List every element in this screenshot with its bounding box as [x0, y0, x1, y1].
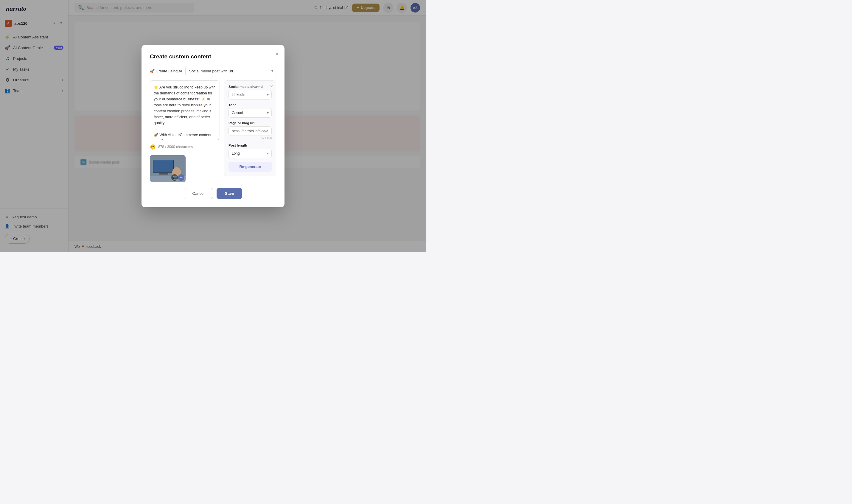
social-channel-label: Social media channel: [229, 85, 272, 88]
regenerate-button[interactable]: Re-generate: [229, 162, 272, 172]
modal-overlay[interactable]: Create custom content × 🚀 Create using A…: [0, 0, 426, 252]
social-channel-select-wrapper: LinkedIn Twitter Facebook Instagram ▾: [229, 90, 272, 100]
image-preview: 📷 ✏: [150, 155, 186, 182]
svg-rect-4: [157, 175, 169, 176]
tone-label: Tone: [229, 103, 272, 107]
social-channel-field: Social media channel LinkedIn Twitter Fa…: [229, 85, 272, 100]
char-count-row: 😊 878 / 3000 characters: [150, 143, 220, 151]
post-length-select[interactable]: Short Medium Long: [229, 149, 272, 158]
camera-icon[interactable]: 📷: [171, 174, 178, 181]
panel-close-button[interactable]: ×: [270, 84, 273, 89]
svg-rect-2: [153, 160, 173, 173]
template-select[interactable]: Social media post with url Blog post Ema…: [185, 66, 276, 76]
modal-title: Create custom content: [150, 53, 276, 60]
content-right-panel: × Social media channel LinkedIn Twitter …: [224, 80, 276, 182]
content-section: 🌟 Are you struggling to keep up with the…: [150, 80, 276, 182]
tone-field: Tone Casual Formal Friendly Professional…: [229, 103, 272, 118]
url-input[interactable]: [229, 126, 272, 136]
social-channel-select[interactable]: LinkedIn Twitter Facebook Instagram: [229, 90, 272, 100]
create-custom-content-modal: Create custom content × 🚀 Create using A…: [142, 45, 285, 207]
settings-panel: × Social media channel LinkedIn Twitter …: [224, 80, 276, 176]
content-textarea[interactable]: 🌟 Are you struggling to keep up with the…: [150, 80, 220, 140]
tone-select-wrapper: Casual Formal Friendly Professional ▾: [229, 108, 272, 118]
edit-icon[interactable]: ✏: [178, 174, 184, 181]
url-field: Page or blog url 87 / 150: [229, 121, 272, 140]
url-char-limit: 87 / 150: [229, 137, 272, 140]
modal-footer: Cancel Save: [150, 188, 276, 199]
post-length-select-wrapper: Short Medium Long ▾: [229, 149, 272, 158]
modal-close-button[interactable]: ×: [275, 51, 278, 57]
save-button[interactable]: Save: [217, 188, 242, 199]
char-count-text: 878 / 3000 characters: [158, 145, 193, 149]
cancel-button[interactable]: Cancel: [184, 188, 213, 199]
template-select-wrapper: Social media post with url Blog post Ema…: [185, 66, 276, 76]
smiley-icon: 😊: [150, 144, 156, 150]
ai-create-label: 🚀 Create using AI: [150, 69, 182, 73]
ai-create-row: 🚀 Create using AI Social media post with…: [150, 66, 276, 76]
content-left-panel: 🌟 Are you struggling to keep up with the…: [150, 80, 220, 182]
url-label: Page or blog url: [229, 121, 272, 125]
tone-select[interactable]: Casual Formal Friendly Professional: [229, 108, 272, 118]
post-length-field: Post length Short Medium Long ▾: [229, 144, 272, 158]
svg-rect-3: [159, 173, 168, 175]
post-length-label: Post length: [229, 144, 272, 147]
